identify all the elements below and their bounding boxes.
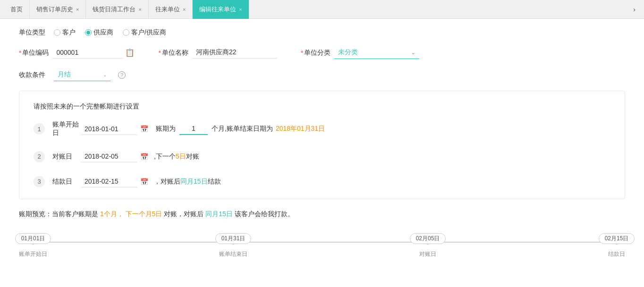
payment-terms-row: 收款条件 月结 ⌄ ? bbox=[19, 68, 625, 81]
period-row-number-2: 2 bbox=[34, 151, 45, 162]
period-row-number-3: 3 bbox=[34, 176, 45, 187]
period-row-3: 3 结款日 📅 ，对账后 同月15日 结款 bbox=[34, 176, 610, 187]
tab-bar: 首页 销售订单历史 × 钱货日清工作台 × 往来单位 × 编辑往来单位 × › bbox=[0, 0, 644, 19]
timeline-label-2: 账单结束日 bbox=[219, 250, 247, 258]
period-row-number-1: 1 bbox=[34, 123, 45, 135]
timeline-badge-4: 02月15日 bbox=[599, 233, 635, 244]
period-label-2: 对账日 bbox=[52, 152, 81, 161]
payment-terms-select[interactable]: 月结 ⌄ bbox=[54, 68, 110, 81]
preview-text: 账期预览：当前客户账期是 1个月， 下一个月5日 对账，对账后 同月15日 该客… bbox=[19, 209, 625, 219]
payment-terms-arrow-icon: ⌄ bbox=[103, 72, 107, 77]
radio-both-circle bbox=[123, 29, 129, 36]
period-desc-1-suffix: 个月,账单结束日期为 bbox=[212, 125, 273, 133]
tab-cashflow-close-icon[interactable]: × bbox=[138, 7, 141, 12]
timeline-badge-3: 02月05日 bbox=[410, 233, 446, 244]
unit-category-label: 单位分类 bbox=[304, 49, 330, 57]
timeline: 01月01日 账单开始日 01月31日 账单结束日 02月05日 对账日 02月… bbox=[19, 233, 625, 272]
reconcile-day-highlight: 5日 bbox=[176, 152, 186, 161]
payment-date-input[interactable] bbox=[81, 176, 137, 187]
unit-category-value: 未分类 bbox=[338, 48, 407, 57]
unit-type-radio-group: 客户 供应商 客户/供应商 bbox=[54, 28, 166, 37]
tab-partners-close-icon[interactable]: × bbox=[183, 7, 186, 12]
payment-date-calendar-icon[interactable]: 📅 bbox=[140, 178, 148, 186]
reconcile-date-input[interactable] bbox=[81, 151, 137, 162]
unit-name-input[interactable] bbox=[192, 47, 277, 59]
timeline-item-4: 02月15日 结款日 bbox=[608, 233, 625, 258]
period-desc-3: ，对账后 bbox=[154, 177, 180, 186]
tab-home[interactable]: 首页 bbox=[4, 0, 30, 19]
unit-category-required: * bbox=[301, 49, 303, 57]
radio-both[interactable]: 客户/供应商 bbox=[123, 28, 166, 37]
preview-label: 账期预览：当前客户账期是 bbox=[19, 210, 98, 218]
radio-supplier-circle bbox=[85, 29, 92, 36]
preview-reconcile-text: 对账，对账后 bbox=[164, 210, 203, 218]
reconcile-date-calendar-icon[interactable]: 📅 bbox=[140, 153, 148, 160]
timeline-label-4: 结款日 bbox=[608, 250, 625, 258]
tab-edit-partner-close-icon[interactable]: × bbox=[239, 7, 242, 12]
start-date-input[interactable] bbox=[81, 123, 137, 135]
tab-sales-history[interactable]: 销售订单历史 × bbox=[30, 0, 86, 19]
timeline-items: 01月01日 账单开始日 01月31日 账单结束日 02月05日 对账日 02月… bbox=[19, 233, 625, 258]
unit-type-row: 单位类型 客户 供应商 客户/供应商 bbox=[19, 28, 625, 37]
radio-supplier[interactable]: 供应商 bbox=[85, 28, 113, 37]
tab-cashflow[interactable]: 钱货日清工作台 × bbox=[86, 0, 148, 19]
timeline-badge-1: 01月01日 bbox=[15, 233, 51, 244]
tab-scroll-arrow[interactable]: › bbox=[628, 6, 640, 13]
period-row-2: 2 对账日 📅 ,下一个 5日 对账 bbox=[34, 151, 610, 162]
preview-month-highlight: 1个月， bbox=[100, 210, 124, 218]
unit-name-label: 单位名称 bbox=[162, 49, 188, 57]
timeline-item-3: 02月05日 对账日 bbox=[419, 233, 436, 258]
period-desc-2: ,下一个 bbox=[154, 152, 176, 161]
unit-category-group: * 单位分类 未分类 ⌄ bbox=[301, 46, 419, 59]
period-desc-3-suffix: 结款 bbox=[208, 177, 221, 186]
period-desc-2-suffix: 对账 bbox=[186, 152, 199, 161]
timeline-label-1: 账单开始日 bbox=[19, 250, 47, 258]
tab-sales-close-icon[interactable]: × bbox=[76, 7, 79, 12]
preview-suffix: 该客户会给我打款。 bbox=[235, 210, 294, 218]
payment-terms-label: 收款条件 bbox=[19, 71, 45, 79]
unit-name-required: * bbox=[158, 49, 161, 57]
timeline-item-1: 01月01日 账单开始日 bbox=[19, 233, 47, 258]
radio-customer-circle bbox=[54, 29, 60, 36]
period-title: 请按照未来的一个完整帐期进行设置 bbox=[34, 102, 610, 111]
help-icon[interactable]: ? bbox=[118, 71, 126, 79]
radio-customer[interactable]: 客户 bbox=[54, 28, 76, 37]
preview-payment-day-highlight: 同月15日 bbox=[205, 210, 233, 218]
period-row-1: 1 账单开始日 📅 账期为 个月,账单结束日期为 2018年01月31日 bbox=[34, 120, 610, 137]
payment-day-highlight: 同月15日 bbox=[180, 177, 208, 186]
timeline-label-3: 对账日 bbox=[419, 250, 436, 258]
calendar-icon[interactable]: 📋 bbox=[125, 48, 135, 57]
unit-code-input[interactable] bbox=[52, 47, 123, 59]
preview-section: 账期预览：当前客户账期是 1个月， 下一个月5日 对账，对账后 同月15日 该客… bbox=[19, 209, 625, 282]
period-desc-1: 账期为 bbox=[156, 125, 176, 133]
payment-terms-value: 月结 bbox=[58, 70, 101, 79]
unit-category-dropdown-icon: ⌄ bbox=[411, 49, 415, 56]
start-date-calendar-icon[interactable]: 📅 bbox=[140, 125, 148, 133]
tab-partners[interactable]: 往来单位 × bbox=[149, 0, 193, 19]
unit-code-label: 单位编码 bbox=[22, 49, 49, 57]
unit-type-label: 单位类型 bbox=[19, 28, 45, 37]
month-count-input[interactable] bbox=[179, 123, 208, 135]
unit-name-group: * 单位名称 bbox=[158, 47, 277, 59]
unit-code-group: * 单位编码 📋 bbox=[19, 47, 135, 59]
end-date-highlight: 2018年01月31日 bbox=[276, 125, 325, 133]
preview-reconcile-day-highlight: 下一个月5日 bbox=[126, 210, 162, 218]
main-content: 单位类型 客户 供应商 客户/供应商 * 单位编码 📋 * 单位名 bbox=[0, 19, 644, 287]
timeline-badge-2: 01月31日 bbox=[215, 233, 252, 244]
period-label-3: 结款日 bbox=[52, 177, 81, 186]
unit-info-row: * 单位编码 📋 * 单位名称 * 单位分类 未分类 ⌄ bbox=[19, 46, 625, 59]
timeline-item-2: 01月31日 账单结束日 bbox=[219, 233, 247, 258]
tab-edit-partner[interactable]: 编辑往来单位 × bbox=[193, 0, 249, 19]
unit-code-required: * bbox=[19, 49, 21, 57]
unit-category-select[interactable]: 未分类 ⌄ bbox=[334, 46, 419, 59]
period-label-1: 账单开始日 bbox=[52, 120, 81, 137]
period-settings-box: 请按照未来的一个完整帐期进行设置 1 账单开始日 📅 账期为 个月,账单结束日期… bbox=[19, 91, 625, 199]
